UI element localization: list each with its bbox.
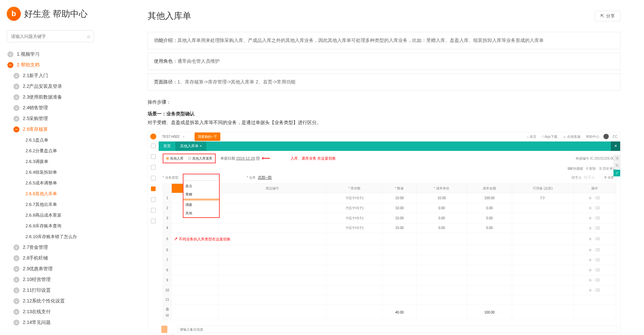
shot-nav-icon xyxy=(151,176,156,180)
nav-label: 2.6.3调拨单 xyxy=(25,159,48,165)
nav-label: 2.7资金管理 xyxy=(23,244,48,250)
info-path: 页面路径： 1、库存核算->库存管理->其他入库单 2、首页->常用功能 xyxy=(148,73,621,91)
nav-2-6[interactable]: −2.6库存核算 xyxy=(7,124,94,135)
th-stock: * 库存数 xyxy=(326,183,383,193)
shot-wh-value: 总部─部 xyxy=(258,175,272,179)
shot-nav-icon xyxy=(151,154,156,159)
th-op: 操作 xyxy=(574,183,616,193)
plus-icon: + xyxy=(13,255,19,261)
plus-icon: + xyxy=(13,94,19,100)
nav-2-11[interactable]: +2.11打印设置 xyxy=(7,285,94,296)
nav-label: 2.5采购管理 xyxy=(23,116,48,122)
shot-right-toolbar: ⇲ ✎ ⤢ xyxy=(613,155,620,176)
plus-icon: + xyxy=(13,320,19,326)
nav-2-12[interactable]: +2.12系统个性化设置 xyxy=(7,296,94,306)
nav-2-9[interactable]: +2.9优惠券管理 xyxy=(7,264,94,274)
nav-2-6-10[interactable]: 2.6.10库存账本错了怎么办 xyxy=(7,231,94,242)
nav-label: 2.6.4组装拆卸单 xyxy=(25,169,57,175)
shot-remark-row: 备注信息 xyxy=(159,323,620,335)
nav-2-6-6[interactable]: 2.6.6其他入库单 xyxy=(7,188,94,199)
th-code: 商品编号 xyxy=(218,183,326,193)
nav-label: 2.6.5成本调整单 xyxy=(25,180,57,186)
plus-icon: + xyxy=(13,287,19,293)
nav-2-10[interactable]: +2.10经营管理 xyxy=(7,274,94,285)
page-title: 其他入库单 xyxy=(148,10,191,22)
nav-2-5[interactable]: +2.5采购管理 xyxy=(7,113,94,124)
logo[interactable]: b 好生意 帮助中心 xyxy=(7,7,94,21)
shot-support-link: ☺ 在线客服 xyxy=(560,133,583,140)
info-role: 使用角色： 通常由仓管人员维护 xyxy=(148,53,621,70)
nav-help-docs[interactable]: −2.帮助文档 xyxy=(7,60,94,70)
dd-item: 调拨 xyxy=(183,201,219,209)
info-text: 通常由仓管人员维护 xyxy=(177,58,220,64)
plus-icon: + xyxy=(13,116,19,122)
nav-video-learning[interactable]: +1.视频学习 xyxy=(7,49,94,60)
dd-item: 受赠 xyxy=(183,190,219,199)
shot-help-link: 帮助中心 xyxy=(583,133,602,140)
shot-radio-in: 其他入库 xyxy=(166,155,183,162)
shot-radio-group: 其他入库 其他入库退库 xyxy=(163,154,216,163)
nav-2-2[interactable]: +2.2产品安装及登录 xyxy=(7,81,94,92)
nav-2-6-4[interactable]: 2.6.4组装拆卸单 xyxy=(7,167,94,178)
anno-arrow-icon: ⟵ xyxy=(262,155,270,161)
main-content: 其他入库单 ⇱分享 功能介绍： 其他入库单用来处理除采购入库、产成品入库之外的其… xyxy=(101,0,644,335)
dd-item: 盘点 xyxy=(183,182,219,190)
nav-2-13[interactable]: +2.13在线支付 xyxy=(7,306,94,317)
nav-2-4[interactable]: +2.4销售管理 xyxy=(7,103,94,113)
nav-2-8[interactable]: +2.8手机旺铺 xyxy=(7,253,94,264)
shot-avatar-icon xyxy=(603,134,609,139)
nav-label: 2.13在线支付 xyxy=(23,309,51,315)
article-body: 操作步骤： 场景一：业务类型确认 对于受赠、盘盈或是拆装入库等不同的业务，是通过… xyxy=(148,98,621,335)
shot-tab-current: 其他入库单 × xyxy=(175,142,206,151)
scene1-text: 对于受赠、盘盈或是拆装入库等不同的业务，是通过单据头【业务类型】进行区分。 xyxy=(148,118,621,127)
nav-label: 2.9优惠券管理 xyxy=(23,266,53,272)
info-label: 功能介绍： xyxy=(154,38,177,44)
nav-label: 2.3使用前数据准备 xyxy=(23,94,62,100)
plus-icon: + xyxy=(13,277,19,283)
nav-label: 2.帮助文档 xyxy=(17,62,40,68)
nav-label: 2.8手机旺铺 xyxy=(23,255,48,261)
nav-2-6-2[interactable]: 2.6.2分量盘点单 xyxy=(7,146,94,156)
anno-text-2: ↗ 不同业务的入库类型在这里切换 xyxy=(174,237,230,241)
plus-icon: + xyxy=(13,298,19,304)
nav-2-7[interactable]: +2.7资金管理 xyxy=(7,242,94,253)
plus-icon: + xyxy=(7,51,13,57)
nav-2-3[interactable]: +2.3使用前数据准备 xyxy=(7,92,94,103)
shot-remark-input xyxy=(177,326,618,333)
screenshot-figure: TEST-H002 ▾ 我要购的─下 ⌂ 首页 □ App下载 ☺ 在线客服 帮… xyxy=(148,132,621,335)
shot-table: 入 商品编号 * 库存数 * 数量 * 成本单价 成本金额 可用量 (总部) 操… xyxy=(163,183,616,321)
nav-label: 2.2产品安装及登录 xyxy=(23,83,62,90)
nav-2-6-8[interactable]: 2.6.8商品成本重算 xyxy=(7,210,94,221)
nav-2-6-5[interactable]: 2.6.5成本调整单 xyxy=(7,178,94,188)
remark-label: 备注信息 xyxy=(161,333,175,335)
nav-2-14[interactable]: +2.14常见问题 xyxy=(7,317,94,328)
search-input[interactable] xyxy=(7,30,94,42)
th-amount: 成本金额 xyxy=(467,183,512,193)
plus-icon: + xyxy=(13,244,19,250)
nav-2-6-3[interactable]: 2.6.3调拨单 xyxy=(7,156,94,167)
shot-nav-icon xyxy=(151,144,156,148)
logo-icon: b xyxy=(7,7,21,21)
shot-tool-copy: ⎘ 复制 xyxy=(586,165,596,172)
nav-label: 2.6.8商品成本重算 xyxy=(25,212,61,218)
minus-icon: − xyxy=(13,126,19,132)
nav-label: 2.6.2分量盘点单 xyxy=(25,148,57,154)
share-button[interactable]: ⇱分享 xyxy=(595,11,621,21)
shot-nav-icon xyxy=(151,219,156,223)
nav-2-6-9[interactable]: 2.6.9库存账本查询 xyxy=(7,221,94,231)
nav-label: 2.6库存核算 xyxy=(23,126,48,132)
nav-label: 2.6.1盘点单 xyxy=(25,137,48,143)
anno-text-1: 入库、退库业务 在这里切换 xyxy=(290,155,336,162)
nav-2-6-1[interactable]: 2.6.1盘点单 xyxy=(7,135,94,146)
shot-doc-number: 单据编号 IC-20191226-001 xyxy=(576,155,616,162)
plus-icon: + xyxy=(13,309,19,315)
nav-label: 2.6.10库存账本错了怎么办 xyxy=(25,234,77,240)
nav-2-1[interactable]: +2.1新手入门 xyxy=(7,70,94,81)
shot-app-link: □ App下载 xyxy=(539,133,560,140)
nav-2-6-7[interactable]: 2.6.7其他出库单 xyxy=(7,199,94,210)
shot-tool-shortcut: ⌨ 快捷键 xyxy=(568,165,583,172)
minus-icon: − xyxy=(7,62,13,68)
nav-label: 2.6.9库存账本查询 xyxy=(25,223,61,229)
shot-radio-return: 其他入库退库 xyxy=(188,155,212,162)
shot-buy-button: 我要购的─下 xyxy=(195,132,220,141)
